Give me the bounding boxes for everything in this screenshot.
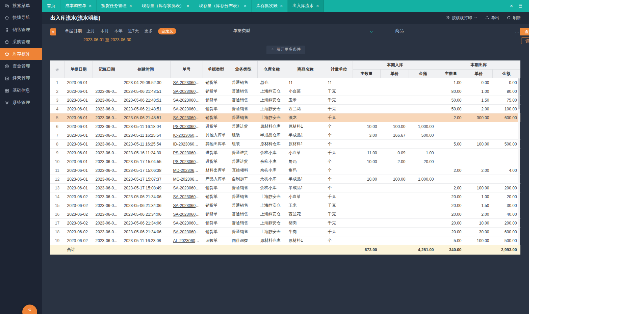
table-row[interactable]: 12023-06-012023-04-29 09:52:30SA-2023060… [50, 78, 520, 87]
table-row[interactable]: 172023-06-022023-06-0...2023-05-06 21:34… [50, 219, 520, 228]
custom-date-badge[interactable]: 自定义 [158, 28, 177, 34]
doc-no-link[interactable]: SA-20230602-0 [173, 203, 202, 208]
table-row[interactable]: 32023-06-012023-06-0...2023-05-06 21:48:… [50, 96, 520, 105]
close-icon[interactable]: × [280, 4, 283, 8]
doc-no-link[interactable]: SA-20230601-0 [173, 80, 202, 85]
date-option[interactable]: 上月 [86, 28, 95, 34]
col-header[interactable]: 单号 [171, 61, 203, 78]
date-option[interactable]: 本月 [100, 28, 109, 34]
sidebar-item[interactable]: 基础信息 [0, 84, 42, 97]
table-row[interactable]: 82023-06-012023-06-0...2023-05-11 16:25:… [50, 140, 520, 149]
col-header[interactable]: 主数量 [353, 70, 381, 78]
scrollbar-thumb[interactable] [518, 78, 520, 109]
col-header[interactable]: 单价 [465, 70, 493, 78]
collapse-filters-button[interactable]: » [50, 28, 56, 35]
table-row[interactable]: 122023-06-012023-06-0...2023-05-17 15:07… [50, 175, 520, 184]
col-header[interactable]: 主数量 [437, 70, 465, 78]
close-icon[interactable]: × [244, 4, 247, 8]
sidebar-item[interactable]: 系统管理 [0, 97, 42, 109]
doc-no-link[interactable]: SA-20230601-0 [173, 115, 202, 120]
close-icon[interactable]: × [129, 4, 132, 8]
doc-no-link[interactable]: SA-20230602-0 [173, 194, 202, 199]
doc-no-link[interactable]: PS-20230601-0 [173, 159, 202, 164]
tab[interactable]: 拣货任务管理× [97, 0, 137, 12]
print-button[interactable]: 按横板打印 [445, 15, 478, 21]
col-header[interactable]: 金额 [409, 70, 437, 78]
table-row[interactable]: 42023-06-012023-06-0...2023-05-06 21:48:… [50, 105, 520, 113]
table-row[interactable]: 132023-06-012023-06-0...2023-05-17 15:08… [50, 184, 520, 192]
tab[interactable]: 现存量（库存状况表）× [137, 0, 195, 12]
sidebar-item[interactable]: 资金管理 [0, 60, 42, 72]
table-row[interactable]: 102023-06-012023-06-0...2023-05-17 15:04… [50, 157, 520, 166]
doc-no-link[interactable]: AL-20230602-0 [173, 238, 201, 243]
doc-no-link[interactable]: SA-20230601-0 [173, 186, 202, 190]
column-settings-icon[interactable] [55, 68, 59, 72]
table-row[interactable]: 162023-06-022023-06-0...2023-05-06 21:34… [50, 210, 520, 219]
sidebar-item[interactable]: 库存核算 [0, 48, 42, 60]
col-header[interactable]: 商品名称 [286, 61, 325, 78]
doc-no-link[interactable]: MC-20230601- [173, 177, 200, 182]
fab-button[interactable]: « [22, 305, 37, 314]
close-icon[interactable]: × [89, 4, 92, 8]
cell: 2023-06-0... [93, 201, 121, 210]
tab[interactable]: 首页 [42, 0, 60, 12]
expand-more-button[interactable]: 展开更多条件 [266, 46, 305, 54]
table-row[interactable]: 142023-06-022023-06-0...2023-05-06 21:34… [50, 192, 520, 201]
doc-no-link[interactable]: PS-20230601-0 [173, 124, 202, 129]
cell: 2023-05-17 15:07:37 [121, 175, 171, 184]
date-option[interactable]: 更多 [144, 28, 153, 34]
col-header[interactable]: 仓库名称 [258, 61, 286, 78]
date-option[interactable]: 近7天 [128, 28, 139, 34]
tab[interactable]: 现存量（库存分布表）× [194, 0, 252, 12]
col-header[interactable]: 计量单位 [325, 61, 353, 78]
doc-no-link[interactable]: SA-20230602-0 [173, 212, 202, 217]
sidebar-item[interactable]: 采购管理 [0, 36, 42, 48]
vertical-scrollbar[interactable] [518, 78, 520, 245]
table-row[interactable]: 192023-06-022023-06-0...2023-05-11 16:23… [50, 236, 520, 245]
doc-no-link[interactable]: SA-20230601-0 [173, 98, 202, 103]
col-header[interactable]: 单据类型 [203, 61, 229, 78]
cell: 300.00 [465, 113, 493, 122]
table-row[interactable]: 62023-06-012023-06-0...2023-05-11 16:18:… [50, 122, 520, 131]
table-row[interactable]: 22023-06-012023-06-0...2023-05-06 21:48:… [50, 87, 520, 96]
col-header[interactable]: 金额 [493, 70, 520, 78]
doc-no-link[interactable]: ID-20230601-0 [173, 142, 200, 147]
table-row[interactable]: 182023-06-022023-06-0...2023-05-06 21:34… [50, 228, 520, 236]
close-icon[interactable]: × [187, 4, 189, 8]
table-row[interactable]: 112023-06-012023-06-0...2023-05-17 15:06… [50, 166, 520, 175]
doc-no-link[interactable]: IC-20230601-0 [173, 133, 200, 138]
table-row[interactable]: 92023-06-012023-06-0...2023-05-16 11:24:… [50, 149, 520, 157]
table-row[interactable]: 52023-06-012023-06-0...2023-05-06 21:48:… [50, 113, 520, 122]
doc-no-link[interactable]: SA-20230601-0 [173, 89, 202, 94]
doc-type-select[interactable] [255, 28, 373, 35]
tab[interactable]: 库存批次账× [252, 0, 288, 12]
sidebar-item[interactable]: 经营管理 [0, 72, 42, 84]
col-header[interactable]: 记账日期 [93, 61, 121, 78]
tab[interactable]: 成本调整单× [60, 0, 97, 12]
table-row[interactable]: 152023-06-022023-06-0...2023-05-06 21:34… [50, 201, 520, 210]
sidebar-item[interactable]: 快捷导航 [0, 11, 42, 24]
date-range-value[interactable]: 2023-06-01 至 2023-06-30 [83, 37, 176, 43]
export-button[interactable]: 导出 [485, 15, 499, 21]
doc-no-link[interactable]: MD-20230601- [173, 168, 200, 173]
window-icon[interactable] [518, 4, 523, 8]
doc-no-link[interactable]: SA-20230602-0 [173, 221, 202, 226]
sidebar-search[interactable]: 搜索菜单 [0, 0, 42, 11]
product-input[interactable]: ⋯ [408, 28, 520, 35]
table-row[interactable]: 72023-06-012023-06-0...2023-05-11 16:25:… [50, 131, 520, 140]
settings-button[interactable]: 设置 [521, 37, 529, 44]
query-button[interactable]: 查询 [520, 28, 529, 35]
doc-no-link[interactable]: SA-20230601-0 [173, 107, 202, 111]
close-all-icon[interactable]: × [510, 3, 513, 9]
col-header[interactable]: 单据日期 [65, 61, 93, 78]
col-header[interactable]: 业务类型 [229, 61, 258, 78]
refresh-button[interactable]: 刷新 [507, 15, 521, 21]
sidebar-item[interactable]: 销售管理 [0, 24, 42, 36]
date-option[interactable]: 本年 [114, 28, 123, 34]
close-icon[interactable]: × [316, 4, 319, 8]
col-header[interactable]: 单价 [381, 70, 409, 78]
doc-no-link[interactable]: PS-20230601-0 [173, 151, 202, 155]
col-header[interactable]: 创建时间 [121, 61, 171, 78]
tab[interactable]: 出入库流水× [288, 0, 324, 12]
doc-no-link[interactable]: SA-20230602-0 [173, 230, 202, 234]
